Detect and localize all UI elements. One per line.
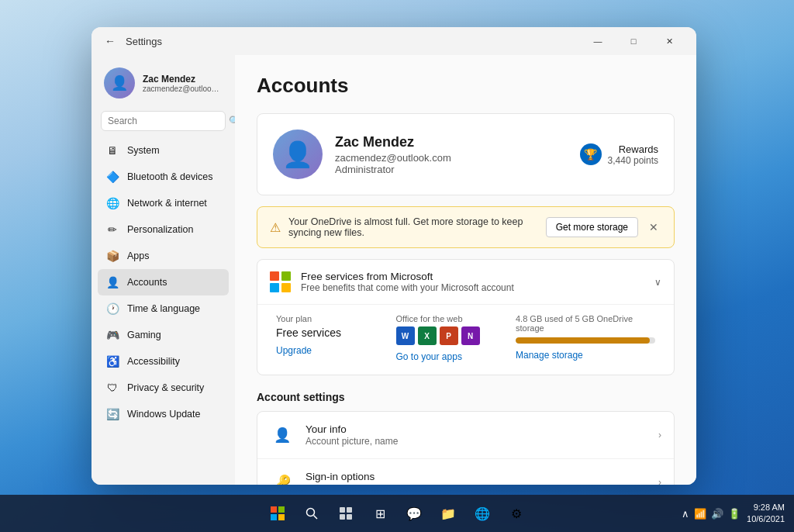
edge-button[interactable]: 🌐: [468, 499, 496, 527]
widgets-button[interactable]: ⊞: [366, 499, 394, 527]
warning-text: Your OneDrive is almost full. Get more s…: [288, 216, 538, 238]
sidebar-item-label: Bluetooth & devices: [127, 171, 213, 182]
manage-storage-link[interactable]: Manage storage: [516, 350, 655, 361]
sidebar-item-label: Windows Update: [127, 409, 201, 420]
content-area: 👤 Zac Mendez zacmendez@outlook.com 🔍 🖥 S…: [91, 55, 696, 485]
excel-icon: X: [418, 326, 437, 345]
taskview-button[interactable]: [332, 499, 360, 527]
start-button[interactable]: [264, 499, 292, 527]
services-card: Free services from Microsoft Free benefi…: [257, 259, 675, 375]
svg-rect-2: [271, 514, 277, 520]
sidebar-item-privacy[interactable]: 🛡 Privacy & security: [98, 375, 229, 401]
sidebar-item-apps[interactable]: 📦 Apps: [98, 243, 229, 269]
main-content: Accounts 👤 Zac Mendez zacmendez@outlook.…: [235, 55, 696, 485]
sidebar-item-label: Apps: [127, 250, 150, 261]
svg-line-5: [314, 516, 318, 520]
sidebar-item-personalization[interactable]: ✏ Personalization: [98, 216, 229, 243]
wifi-icon[interactable]: 📶: [694, 508, 706, 520]
settings-window: ← Settings — □ ✕ 👤 Zac Mendez zacmendez@…: [91, 27, 696, 485]
rewards-points: 3,440 points: [608, 155, 658, 166]
sidebar: 👤 Zac Mendez zacmendez@outlook.com 🔍 🖥 S…: [91, 55, 235, 485]
svg-rect-9: [347, 514, 352, 520]
services-plan-col: Your plan Free services Upgrade: [270, 305, 390, 362]
battery-icon[interactable]: 🔋: [728, 508, 740, 520]
settings-taskbar-button[interactable]: ⚙: [502, 499, 530, 527]
search-box[interactable]: 🔍: [101, 111, 226, 131]
profile-name: Zac Mendez: [335, 134, 568, 150]
sidebar-item-system[interactable]: 🖥 System: [98, 137, 229, 164]
window-controls: — □ ✕: [580, 27, 687, 55]
ms-red-square: [270, 271, 279, 281]
privacy-icon: 🛡: [105, 381, 119, 395]
sidebar-item-label: Privacy & security: [127, 382, 204, 393]
svg-point-4: [307, 509, 315, 516]
sidebar-item-label: Accessibility: [127, 356, 180, 367]
avatar: 👤: [104, 67, 135, 98]
taskbar-center: ⊞ 💬 📁 🌐 ⚙: [264, 499, 530, 527]
user-info: Zac Mendez zacmendez@outlook.com: [143, 74, 223, 93]
ms-yellow-square: [281, 283, 291, 292]
powerpoint-icon: P: [440, 326, 458, 345]
sidebar-item-accounts[interactable]: 👤 Accounts: [98, 269, 229, 295]
storage-bar: [516, 337, 655, 344]
services-title-main: Free services from Microsoft: [301, 271, 654, 282]
account-settings-title: Account settings: [257, 391, 675, 403]
files-button[interactable]: 📁: [434, 499, 462, 527]
chat-button[interactable]: 💬: [400, 499, 428, 527]
sign-in-options-item[interactable]: 🔑 Sign-in options Windows Hello, securit…: [257, 459, 674, 485]
sidebar-item-time[interactable]: 🕐 Time & language: [98, 295, 229, 322]
sign-in-title: Sign-in options: [306, 471, 647, 482]
svg-rect-1: [278, 506, 285, 513]
your-info-item[interactable]: 👤 Your info Account picture, name ›: [257, 412, 674, 459]
system-icon: 🖥: [105, 143, 119, 157]
svg-rect-8: [340, 514, 345, 520]
sidebar-item-bluetooth[interactable]: 🔷 Bluetooth & devices: [98, 164, 229, 190]
taskbar: ⊞ 💬 📁 🌐 ⚙ ∧ 📶 🔊 🔋 9:28 AM 10/6/2021: [0, 495, 794, 532]
search-taskbar-button[interactable]: [298, 499, 326, 527]
services-office-col: Office for the web W X P N Go to your ap…: [390, 305, 510, 362]
get-more-storage-button[interactable]: Get more storage: [546, 217, 638, 237]
chevron-up-icon[interactable]: ∧: [682, 508, 689, 520]
sidebar-user-profile[interactable]: 👤 Zac Mendez zacmendez@outlook.com: [98, 61, 229, 108]
profile-role: Administrator: [335, 164, 568, 175]
sidebar-item-windows-update[interactable]: 🔄 Windows Update: [98, 401, 229, 427]
taskbar-clock[interactable]: 9:28 AM 10/6/2021: [747, 502, 785, 526]
chevron-right-icon: ›: [658, 430, 661, 440]
microsoft-logo: [270, 271, 292, 293]
user-email: zacmendez@outlook.com: [143, 85, 223, 93]
svg-rect-6: [340, 507, 345, 513]
back-button[interactable]: ←: [101, 32, 119, 50]
profile-card: 👤 Zac Mendez zacmendez@outlook.com Admin…: [257, 113, 675, 195]
office-icons: W X P N: [396, 326, 504, 345]
personalization-icon: ✏: [105, 223, 119, 237]
accessibility-icon: ♿: [105, 354, 119, 368]
account-settings-list: 👤 Your info Account picture, name › 🔑 Si…: [257, 411, 675, 485]
volume-icon[interactable]: 🔊: [711, 508, 723, 520]
warning-icon: ⚠: [270, 220, 281, 235]
close-warning-button[interactable]: ✕: [646, 219, 661, 235]
upgrade-link[interactable]: Upgrade: [276, 345, 384, 356]
your-info-desc: Account picture, name: [306, 436, 647, 447]
accounts-icon: 👤: [105, 275, 119, 289]
sign-in-icon: 🔑: [270, 470, 295, 485]
sign-in-text: Sign-in options Windows Hello, security …: [306, 471, 647, 485]
minimize-button[interactable]: —: [580, 27, 616, 55]
time-icon: 🕐: [105, 302, 119, 316]
window-title: Settings: [126, 36, 162, 47]
services-body: Your plan Free services Upgrade Office f…: [257, 304, 674, 375]
network-icon: 🌐: [105, 196, 119, 210]
rewards-icon: 🏆: [580, 143, 602, 165]
bluetooth-icon: 🔷: [105, 170, 119, 184]
sidebar-item-network[interactable]: 🌐 Network & internet: [98, 190, 229, 216]
search-input[interactable]: [108, 116, 224, 126]
onedrive-warning: ⚠ Your OneDrive is almost full. Get more…: [257, 206, 675, 248]
services-header[interactable]: Free services from Microsoft Free benefi…: [257, 260, 674, 304]
services-title-sub: Free benefits that come with your Micros…: [301, 282, 654, 293]
go-to-apps-link[interactable]: Go to your apps: [396, 351, 504, 362]
sidebar-item-gaming[interactable]: 🎮 Gaming: [98, 322, 229, 348]
sidebar-item-accessibility[interactable]: ♿ Accessibility: [98, 348, 229, 375]
rewards-badge: 🏆 Rewards 3,440 points: [580, 143, 658, 166]
rewards-label: Rewards: [608, 143, 658, 155]
maximize-button[interactable]: □: [616, 27, 651, 55]
close-button[interactable]: ✕: [651, 27, 687, 55]
